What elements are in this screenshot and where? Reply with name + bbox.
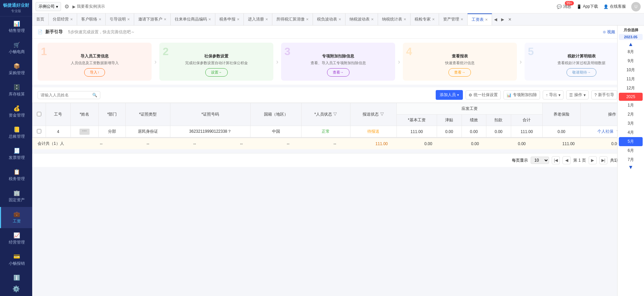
tab-invite-close[interactable]: ✕: [164, 17, 166, 21]
app-download-label: App下载: [583, 4, 598, 9]
personal-insurance-link[interactable]: 个人社保: [597, 129, 613, 134]
tab-guide-intro-close[interactable]: ✕: [127, 17, 130, 21]
tab-assets-mgmt-close[interactable]: ✕: [461, 17, 463, 21]
month-item-6[interactable]: 6月: [619, 146, 643, 155]
page-next-button[interactable]: ▶: [589, 156, 597, 164]
company-selector[interactable]: 示例公司 ▾: [36, 2, 61, 11]
tab-guide-intro[interactable]: 引导说明 ✕: [106, 13, 134, 26]
tab-income-tax-close[interactable]: ✕: [306, 17, 309, 21]
year-display[interactable]: 2023.05: [619, 34, 643, 40]
tab-clearance[interactable]: 进入清册 ✕: [244, 13, 272, 26]
month-scroll-up-button[interactable]: ▲: [628, 41, 634, 47]
tab-tax-exemption-close[interactable]: ✕: [338, 17, 341, 21]
tab-wage-table-close[interactable]: ✕: [485, 18, 488, 22]
tab-tax-expert-close[interactable]: ✕: [432, 17, 435, 21]
row-basic-salary: 111.00: [396, 126, 437, 137]
month-item-4[interactable]: 4月: [619, 128, 643, 137]
tab-home[interactable]: 首页: [32, 13, 49, 26]
tab-tax-count-close[interactable]: ✕: [404, 17, 406, 21]
sidebar-item-purchase[interactable]: 📦 采购管理: [0, 59, 32, 80]
new-guide-button[interactable]: ? 新手引导: [591, 90, 617, 99]
horizontal-scrollbar[interactable]: [32, 149, 644, 153]
tab-partition-close[interactable]: ✕: [70, 17, 73, 21]
sidebar-settings-icon[interactable]: ⚙️: [12, 286, 20, 292]
tab-unit-product-close[interactable]: ✕: [208, 17, 211, 21]
step-btn-5[interactable]: 敬请期待→: [567, 68, 596, 77]
sidebar-item-assets[interactable]: 🏢 固定资产: [0, 186, 32, 207]
sidebar-item-sales[interactable]: 📊 销售管理: [0, 16, 32, 38]
app-download-button[interactable]: 📱 App下载: [577, 4, 598, 9]
guide-video-link[interactable]: ⊙ 视频: [603, 29, 615, 35]
tab-partition[interactable]: 分层经营 ✕: [49, 13, 77, 26]
search-icon[interactable]: 🔍: [92, 93, 97, 97]
sidebar-item-ecommerce[interactable]: 🛒 小畅电商: [0, 38, 32, 59]
month-item-11[interactable]: 11月: [619, 75, 643, 84]
tab-customer[interactable]: 客户联络 ✕: [77, 13, 106, 26]
sidebar-item-basic[interactable]: ℹ️ 基础信息: [0, 270, 32, 282]
sidebar-item-xiaochang[interactable]: 💳 小畅报销: [0, 249, 32, 270]
select-all-checkbox[interactable]: [37, 112, 41, 116]
month-item-8[interactable]: 8月: [619, 47, 643, 56]
tab-tax-report-close[interactable]: ✕: [237, 17, 239, 21]
step-btn-4[interactable]: 查看→: [448, 68, 471, 77]
tab-tax-report[interactable]: 税务申报 ✕: [215, 13, 244, 26]
sidebar-item-ledger[interactable]: 📒 总账管理: [0, 122, 32, 143]
month-item-12[interactable]: 12月: [619, 84, 643, 93]
step-btn-1[interactable]: 导入↑: [84, 68, 105, 77]
tab-nav-prev[interactable]: ◀: [492, 13, 499, 26]
tab-tax-stats[interactable]: 纳税波动表 ✕: [345, 13, 378, 26]
tab-customer-close[interactable]: ✕: [99, 17, 101, 21]
sidebar-item-inventory[interactable]: 🗄️ 库存核算: [0, 80, 32, 101]
tab-assets-mgmt-label: 资产管理: [443, 16, 459, 22]
demo-link[interactable]: ▶ 我要看实例演示: [72, 4, 105, 9]
sidebar-item-invoice[interactable]: 🧾 发票管理: [0, 143, 32, 165]
sidebar-item-finance[interactable]: 💰 资金管理: [0, 101, 32, 122]
export-button[interactable]: ↑ 导出 ▾: [543, 90, 564, 99]
tab-unit-product[interactable]: 往来单位商品编码 ✕: [171, 13, 215, 26]
month-item-5-active[interactable]: 5月: [619, 137, 643, 146]
step-btn-3[interactable]: 查看→: [327, 68, 350, 77]
tab-wage-table[interactable]: 工资表 ✕: [468, 13, 492, 26]
search-input[interactable]: [41, 93, 91, 97]
row-checkbox[interactable]: [37, 129, 41, 133]
page-first-button[interactable]: |◀: [552, 156, 560, 164]
month-item-3[interactable]: 3月: [619, 119, 643, 128]
sidebar-item-tax[interactable]: 📋 税务管理: [0, 165, 32, 186]
page-prev-button[interactable]: ◀: [562, 156, 571, 164]
sidebar-item-operations[interactable]: 📈 经营管理: [0, 228, 32, 249]
footer-allowance-sum: 0.00: [405, 141, 451, 146]
online-service-button[interactable]: 👤 在线客服: [603, 4, 626, 9]
step-btn-2[interactable]: 设置→: [205, 68, 228, 77]
sidebar-item-wage[interactable]: 💼 工资: [0, 207, 32, 228]
month-item-7[interactable]: 7月: [619, 155, 643, 164]
page-size-select[interactable]: 10 20 50 100: [531, 157, 549, 164]
month-item-9[interactable]: 9月: [619, 56, 643, 66]
tab-clearance-close[interactable]: ✕: [265, 17, 268, 21]
page-last-button[interactable]: ▶|: [599, 156, 607, 164]
report-filter-icon[interactable]: ▽: [380, 112, 384, 117]
tab-nav-close-all[interactable]: ✕: [506, 13, 514, 26]
new-guide-icon: ?: [594, 93, 597, 97]
tab-tax-stats-close[interactable]: ✕: [371, 17, 374, 21]
tab-tax-exemption[interactable]: 税负波动表 ✕: [313, 13, 345, 26]
user-avatar[interactable]: U: [631, 2, 641, 11]
tab-tax-expert[interactable]: 税检专家 ✕: [411, 13, 439, 26]
status-filter-icon[interactable]: ▽: [333, 112, 337, 117]
month-scroll-down-button[interactable]: ▼: [628, 164, 634, 170]
topbar-settings-icon[interactable]: ⚙: [63, 2, 70, 11]
step-title-3: 专项附加扣除信息: [322, 53, 354, 59]
tab-income-tax[interactable]: 所得税汇算清缴 ✕: [272, 13, 313, 26]
special-deduction-button[interactable]: 📊 专项附加扣除: [503, 90, 540, 99]
month-item-2[interactable]: 2月: [619, 110, 643, 119]
year-badge[interactable]: 2025: [619, 93, 643, 101]
tab-invite[interactable]: 邀请下游客户 ✕: [134, 13, 171, 26]
month-item-10[interactable]: 10月: [619, 66, 643, 75]
tab-assets-mgmt[interactable]: 资产管理 ✕: [439, 13, 468, 26]
tab-nav-next[interactable]: ▶: [499, 13, 506, 26]
notification-button[interactable]: 💬 消息 99+: [557, 4, 571, 9]
operations-button[interactable]: ☰ 操作 ▾: [566, 90, 589, 99]
tab-tax-count[interactable]: 纳税统计表 ✕: [378, 13, 411, 26]
month-item-1[interactable]: 1月: [619, 101, 643, 110]
add-employee-button[interactable]: 添加人员 ▾: [436, 90, 463, 100]
unified-settings-button[interactable]: ⚙ 统一社保设置: [466, 90, 501, 99]
